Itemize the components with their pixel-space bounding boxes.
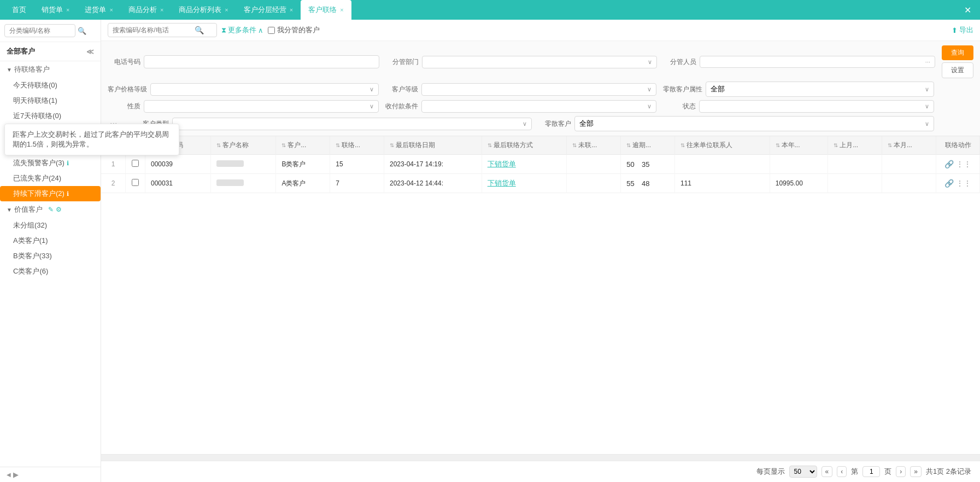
close-customer-contact[interactable]: × — [340, 0, 343, 20]
my-customers-checkbox[interactable] — [268, 27, 275, 34]
action-more-icon-1[interactable]: ⋮⋮ — [956, 160, 971, 169]
dept-select[interactable]: ∨ — [422, 56, 658, 68]
action-more-icon-2[interactable]: ⋮⋮ — [956, 179, 971, 188]
price-grade-label: 客户价格等级 — [108, 85, 147, 94]
last-method-link-2[interactable]: 下销货单 — [488, 179, 516, 187]
next-page-button[interactable]: › — [896, 466, 906, 477]
filter-cell-gender: 性质 ∨ — [108, 100, 379, 113]
sidebar-expand-icon[interactable]: ≪ — [86, 48, 94, 56]
gender-select[interactable]: ∨ — [144, 100, 379, 113]
person-select[interactable]: ··· — [700, 56, 935, 68]
sidebar-bottom-nav[interactable]: ◀ ▶ — [0, 467, 101, 482]
th-overdue[interactable]: 逾期... — [621, 136, 675, 155]
td-last-method-2: 下销货单 — [482, 174, 567, 193]
sidebar-search-icon[interactable]: 🔍 — [78, 27, 86, 35]
filter-rows-area: 电话号码 分管部门 ∨ 分管人员 ··· — [101, 41, 980, 136]
payment-select[interactable]: ∨ — [421, 100, 656, 113]
th-last-month[interactable]: 上月... — [828, 136, 882, 155]
row2-checkbox[interactable] — [132, 179, 139, 186]
my-customers-checkbox-area: 我分管的客户 — [268, 25, 320, 35]
th-level[interactable]: 客户... — [276, 136, 330, 155]
th-contact[interactable]: 联络... — [330, 136, 384, 155]
th-name[interactable]: 客户名称 — [210, 136, 276, 155]
nav-customer-tier[interactable]: 客户分层经营 × — [236, 0, 301, 20]
th-pending[interactable]: 未联... — [567, 136, 621, 155]
row1-checkbox[interactable] — [132, 160, 139, 167]
td-last-date-2: 2023-04-12 14:44: — [384, 174, 482, 193]
customer-grade-select[interactable]: ∨ — [421, 83, 656, 96]
nav-sales-order[interactable]: 销货单 × — [34, 0, 77, 20]
export-button[interactable]: ⬆ 导出 — [952, 25, 973, 35]
value-customer-edit-icon[interactable]: ✎ — [48, 206, 54, 213]
settings-button[interactable]: 设置 — [942, 62, 973, 78]
th-last-contact-date[interactable]: 最后联络日期 — [384, 136, 482, 155]
sidebar-item-7days-contact[interactable]: 近7天待联络(0) — [0, 108, 101, 124]
last-page-button[interactable]: » — [910, 466, 922, 477]
window-close-button[interactable]: ✕ — [960, 5, 976, 15]
nav-product-analysis-list[interactable]: 商品分析列表 × — [171, 0, 236, 20]
filter-row-4: ··· 客户类型 ∨ 零散客户 全部 ∨ — [108, 116, 973, 131]
td-this-month-1 — [882, 155, 936, 174]
td-contact-1: 15 — [330, 155, 384, 174]
retail-attr-select[interactable]: 全部 ∨ — [706, 82, 934, 97]
value-customer-settings-icon[interactable]: ⚙ — [56, 206, 62, 213]
td-level-2: A类客户 — [276, 174, 330, 193]
sidebar-item-churned[interactable]: 已流失客户(24) — [0, 171, 101, 186]
td-this-year-2: 10995.00 — [770, 174, 828, 193]
query-button[interactable]: 查询 — [942, 45, 973, 60]
page-number-input[interactable] — [862, 466, 880, 477]
retail-customer-select[interactable]: 全部 ∨ — [574, 116, 934, 131]
sidebar-item-declining[interactable]: 持续下滑客户(2) ℹ — [0, 186, 101, 201]
sidebar-item-today-contact[interactable]: 今天待联络(0) — [0, 78, 101, 93]
th-this-month[interactable]: 本月... — [882, 136, 936, 155]
close-purchase-order[interactable]: × — [109, 0, 113, 20]
close-product-analysis-list[interactable]: × — [225, 0, 228, 20]
td-num-2: 2 — [101, 174, 126, 193]
sidebar-item-class-c[interactable]: C类客户(6) — [0, 264, 101, 279]
nav-purchase-order[interactable]: 进货单 × — [77, 0, 120, 20]
status-select[interactable]: ∨ — [699, 100, 934, 113]
group-arrow-icon: ▼ — [7, 67, 12, 73]
customer-type-select[interactable]: ∨ — [172, 118, 532, 130]
price-grade-select[interactable]: ∨ — [150, 83, 379, 96]
sidebar-item-churn-warning[interactable]: 流失预警客户(3) ℹ — [0, 155, 101, 171]
per-page-select[interactable]: 50 100 200 — [789, 466, 817, 478]
td-name-1 — [210, 155, 276, 174]
nav-home[interactable]: 首页 — [4, 0, 34, 20]
total-page-label: 页 — [884, 467, 891, 477]
sidebar-all-customers-header[interactable]: 全部客户 ≪ — [0, 42, 101, 61]
more-filters-button[interactable]: ⧗ 更多条件 ∧ — [221, 25, 263, 35]
sidebar-group-pending-contact[interactable]: ▼ 待联络客户 — [0, 61, 101, 78]
sidebar-item-tomorrow-contact[interactable]: 明天待联络(1) — [0, 93, 101, 108]
sidebar-group-value-customers[interactable]: ▼ 价值客户 ✎ ⚙ — [0, 201, 101, 218]
filter-row-1: 电话号码 分管部门 ∨ 分管人员 ··· — [108, 45, 973, 78]
sidebar-item-unclassified[interactable]: 未分组(32) — [0, 218, 101, 233]
th-unit-contact[interactable]: 往来单位联系人 — [674, 136, 770, 155]
phone-input[interactable] — [144, 55, 379, 68]
search-icon[interactable]: 🔍 — [195, 26, 204, 34]
close-customer-tier[interactable]: × — [290, 0, 293, 20]
sidebar-bottom-arrow2-icon: ▶ — [13, 471, 19, 479]
nav-customer-contact[interactable]: 客户联络 × — [301, 0, 351, 20]
th-last-contact-method[interactable]: 最后联络方式 — [482, 136, 567, 155]
sidebar-item-class-b[interactable]: B类客户(33) — [0, 248, 101, 264]
td-overdue-2: 55 48 — [621, 174, 675, 193]
nav-product-analysis[interactable]: 商品分析 × — [121, 0, 171, 20]
customer-table: 序号 客户编码 客户名称 客户... 联络... 最后联络日期 最后联络方式 未… — [101, 136, 980, 193]
sidebar-search-input[interactable] — [4, 24, 75, 37]
last-method-link-1[interactable]: 下销货单 — [488, 160, 516, 168]
td-last-date-1: 2023-04-17 14:19: — [384, 155, 482, 174]
action-link-icon-2[interactable]: 🔗 — [944, 179, 954, 188]
horizontal-scrollbar[interactable] — [101, 454, 980, 461]
first-page-button[interactable]: « — [821, 466, 833, 477]
td-contact-2: 7 — [330, 174, 384, 193]
th-this-year[interactable]: 本年... — [770, 136, 828, 155]
sidebar: 🔍 全部客户 ≪ ▼ 待联络客户 今天待联络(0) 明天待联络(1) 近7天待联… — [0, 20, 101, 482]
action-link-icon-1[interactable]: 🔗 — [944, 160, 954, 169]
customer-grade-label: 客户等级 — [385, 85, 418, 94]
sidebar-item-class-a[interactable]: A类客户(1) — [0, 233, 101, 248]
close-sales-order[interactable]: × — [66, 0, 69, 20]
search-input[interactable] — [113, 26, 195, 34]
prev-page-button[interactable]: ‹ — [837, 466, 847, 477]
close-product-analysis[interactable]: × — [160, 0, 163, 20]
